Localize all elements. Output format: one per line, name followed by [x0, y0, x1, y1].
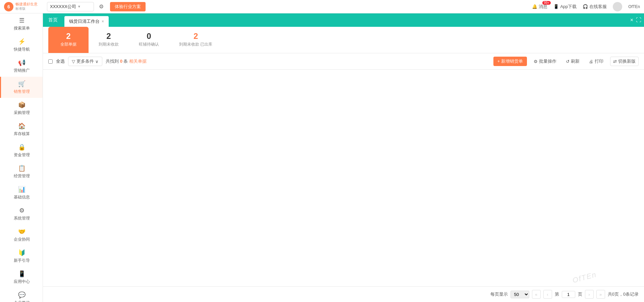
- layout: ☰ 搜索菜单 ⚡ 快捷导航 📢 营销推广 🛒 销售管理 📦 采购管理 🏠 库存核…: [0, 13, 644, 302]
- refresh-btn[interactable]: ↺ 刷新: [563, 57, 582, 66]
- sidebar-item-quick-nav[interactable]: ⚡ 快捷导航: [0, 35, 43, 56]
- messages-badge: 99+: [542, 1, 551, 5]
- new-sale-btn[interactable]: + 新增销货单: [493, 57, 527, 66]
- sidebar-item-wechat-biz[interactable]: 💬 企业微信: [0, 288, 43, 302]
- stat-wangwang[interactable]: 0 旺辅待确认: [129, 27, 169, 53]
- stat-all[interactable]: 2 全部单据: [48, 27, 89, 53]
- tab-active-label: 钱货日清工作台: [69, 18, 100, 24]
- sidebar-item-funds[interactable]: 🔒 资金管理: [0, 140, 43, 161]
- sidebar-item-app-center[interactable]: 📱 应用中心: [0, 267, 43, 288]
- last-page-btn[interactable]: »: [596, 290, 605, 299]
- result-count: 0: [120, 59, 122, 64]
- sidebar-label-app-center: 应用中心: [14, 279, 30, 285]
- company-name: XXXXXX公司: [50, 4, 76, 10]
- app-download-btn[interactable]: 📱 App下载: [553, 4, 577, 10]
- filter-label: 更多条件: [76, 58, 94, 64]
- next-page-btn[interactable]: ›: [585, 290, 594, 299]
- sidebar-label-wechat-biz: 企业微信: [14, 300, 30, 302]
- filter-icon: ▽: [72, 59, 75, 64]
- tab-minimize-icon[interactable]: ×: [630, 17, 633, 23]
- sidebar-item-marketing[interactable]: 📢 营销推广: [0, 56, 43, 77]
- batch-label: 批量操作: [539, 58, 556, 64]
- sidebar-label-search-menu: 搜索菜单: [14, 25, 30, 31]
- pagination: 每页显示 50 100 200 « ‹ 第 页 › » 共0页，0条记录: [43, 286, 644, 302]
- tab-close-icon[interactable]: ×: [102, 19, 104, 24]
- settings-icon[interactable]: ⚙: [97, 2, 106, 11]
- search-menu-icon: ☰: [19, 17, 24, 24]
- header: 6 畅捷通好生意 标准版 XXXXXX公司 ▼ ⚙ 体验行业方案 🔔 消息 99…: [0, 0, 644, 13]
- tab-home[interactable]: 首页: [43, 13, 63, 27]
- logo-sub: 标准版: [15, 6, 38, 11]
- switch-icon: ⇄: [613, 59, 617, 64]
- sidebar-item-sales[interactable]: 🛒 销售管理: [0, 77, 43, 98]
- tab-controls: × ⛶: [630, 17, 644, 23]
- sidebar-item-search-menu[interactable]: ☰ 搜索菜单: [0, 13, 43, 35]
- filter-btn[interactable]: ▽ 更多条件 ∨: [68, 57, 102, 66]
- messages-btn[interactable]: 🔔 消息 99+: [532, 4, 547, 10]
- industry-btn[interactable]: 体验行业方案: [110, 2, 146, 11]
- app-download-label: App下载: [560, 4, 577, 10]
- batch-btn[interactable]: ⚙ 批量操作: [531, 57, 559, 66]
- online-service-btn[interactable]: 🎧 在线客服: [583, 4, 607, 10]
- print-icon: 🖨: [589, 59, 593, 64]
- sidebar-item-operations[interactable]: 📋 经营管理: [0, 161, 43, 182]
- sidebar-item-system[interactable]: ⚙ 系统管理: [0, 203, 43, 225]
- sidebar-item-newbie[interactable]: 🔰 新手引导: [0, 246, 43, 267]
- marketing-icon: 📢: [18, 59, 25, 66]
- sidebar-label-base-info: 基础信息: [14, 194, 30, 200]
- main-area: 首页 钱货日清工作台 × × ⛶ 2 全部单据 2 到期未收款: [43, 13, 644, 302]
- toolbar-left: 全选 ▽ 更多条件 ∨ 共找到 0 条 相关单据: [48, 57, 489, 66]
- sidebar-label-marketing: 营销推广: [14, 68, 30, 73]
- stat-overdue-unpaid[interactable]: 2 到期未收款: [89, 27, 129, 53]
- stat-overdue-not-shipped-num: 2: [194, 32, 198, 41]
- company-selector[interactable]: XXXXXX公司 ▼: [47, 2, 94, 11]
- app-center-icon: 📱: [18, 270, 25, 278]
- per-page-label: 每页显示: [490, 291, 508, 297]
- base-info-icon: 📊: [18, 186, 25, 193]
- per-page-select[interactable]: 50 100 200: [511, 291, 529, 298]
- result-link[interactable]: 相关单据: [129, 59, 147, 64]
- online-service-label: 在线客服: [589, 4, 607, 10]
- bell-icon: 🔔: [532, 4, 537, 9]
- toolbar: 全选 ▽ 更多条件 ∨ 共找到 0 条 相关单据 + 新增销货单: [43, 53, 644, 70]
- wechat-biz-icon: 💬: [18, 291, 25, 299]
- purchase-icon: 📦: [18, 101, 25, 109]
- header-right: 🔔 消息 99+ 📱 App下载 🎧 在线客服 OfTEn: [532, 2, 640, 11]
- inventory-icon: 🏠: [18, 122, 25, 130]
- toolbar-right: + 新增销货单 ⚙ 批量操作 ↺ 刷新 🖨 打印 ⇄: [493, 57, 639, 66]
- operations-icon: 📋: [18, 165, 25, 172]
- first-page-btn[interactable]: «: [532, 290, 541, 299]
- result-text: 共找到 0 条 相关单据: [106, 58, 147, 64]
- page-input[interactable]: [562, 291, 575, 298]
- stat-wangwang-num: 0: [147, 32, 151, 41]
- sidebar-item-base-info[interactable]: 📊 基础信息: [0, 182, 43, 203]
- stats-row: 2 全部单据 2 到期未收款 0 旺辅待确认 2 到期未收款 已出库: [43, 27, 644, 53]
- sidebar-label-enterprise: 企业协同: [14, 237, 30, 242]
- logo-icon: 6: [4, 2, 13, 11]
- sidebar-item-purchase[interactable]: 📦 采购管理: [0, 98, 43, 119]
- select-all-checkbox[interactable]: [48, 59, 53, 64]
- filter-arrow-icon: ∨: [95, 59, 99, 64]
- avatar[interactable]: [613, 2, 622, 11]
- print-btn[interactable]: 🖨 打印: [586, 57, 606, 66]
- sidebar-item-inventory[interactable]: 🏠 库存核算: [0, 119, 43, 140]
- logo: 6 畅捷通好生意 标准版: [4, 2, 47, 11]
- tab-active[interactable]: 钱货日清工作台 ×: [64, 16, 109, 27]
- prev-page-btn[interactable]: ‹: [543, 290, 552, 299]
- tab-maximize-icon[interactable]: ⛶: [636, 17, 641, 23]
- stat-overdue-not-shipped[interactable]: 2 到期未收款 已出库: [169, 27, 222, 53]
- refresh-label: 刷新: [571, 58, 580, 64]
- table-area: [43, 70, 644, 286]
- stat-wangwang-label: 旺辅待确认: [139, 42, 159, 47]
- switch-version-btn[interactable]: ⇄ 切换新版: [610, 57, 639, 66]
- tab-bar: 首页 钱货日清工作台 × × ⛶: [43, 13, 644, 27]
- system-icon: ⚙: [19, 207, 24, 214]
- sales-icon: 🛒: [18, 80, 25, 87]
- page-suffix: 页: [578, 291, 582, 297]
- sidebar-item-enterprise[interactable]: 🤝 企业协同: [0, 225, 43, 246]
- sidebar: ☰ 搜索菜单 ⚡ 快捷导航 📢 营销推广 🛒 销售管理 📦 采购管理 🏠 库存核…: [0, 13, 43, 302]
- sidebar-label-newbie: 新手引导: [14, 258, 30, 263]
- company-arrow-icon: ▼: [77, 5, 81, 8]
- batch-icon: ⚙: [534, 59, 538, 64]
- sidebar-label-operations: 经营管理: [14, 173, 30, 179]
